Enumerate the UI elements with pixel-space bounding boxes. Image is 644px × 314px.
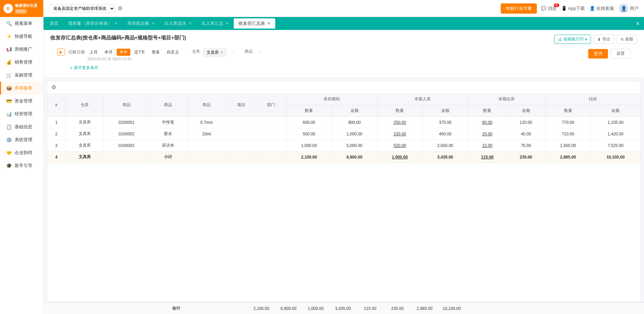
sidebar-item-quicknav[interactable]: ⚡ 快捷导航 — [0, 30, 43, 43]
sidebar-item-marketing[interactable]: 📢 营销推广 — [0, 43, 43, 56]
cell-in-qty[interactable]: 230.00 — [377, 128, 423, 140]
gear-icon: ⚙️ — [6, 137, 12, 143]
cell-spec: 0.7mm — [187, 117, 226, 128]
export-button[interactable]: ⬇ 导出 — [594, 35, 614, 44]
cell-project — [226, 140, 256, 151]
date-options: 上月 本月 本年 近7天 更多 自定义 — [87, 49, 182, 56]
sidebar-item-sales[interactable]: 💰 销售管理 — [0, 56, 43, 69]
tab-batch[interactable]: 库存批次账 ✕ — [122, 18, 160, 29]
tab-home[interactable]: 首页 — [45, 18, 63, 29]
cell-index: 4 — [47, 151, 66, 163]
footer-balance-qty: 2,985.00 — [411, 306, 438, 311]
tab-close-icon[interactable]: ✕ — [114, 21, 118, 26]
message-icon: 💬 — [541, 6, 546, 11]
cell-out-qty[interactable]: 115.00 — [468, 151, 507, 163]
date-option-more[interactable]: 更多 — [149, 49, 163, 56]
tab-stock[interactable]: 现存量（库存分布表） ✕ — [63, 18, 122, 29]
print-button[interactable]: 🖨 按模板打印 ▾ — [554, 35, 591, 44]
main-content: 装备及固定资产辅助管理系统 ⚙ 体验行业方案 💬 消息 6 📱 App下载 👤 … — [44, 0, 644, 314]
tab-label: 库存批次账 — [127, 20, 149, 27]
chevron-down-icon: ▾ — [585, 37, 587, 42]
system-select[interactable]: 装备及固定资产辅助管理系统 — [49, 4, 115, 13]
sidebar-item-basic[interactable]: 📋 基础信息 — [0, 120, 43, 133]
date-option-last-month[interactable]: 上月 — [87, 49, 100, 56]
export-icon: ⬇ — [597, 37, 601, 42]
app-download-label: App下载 — [568, 5, 585, 12]
table-settings-icon[interactable]: ⚙ — [51, 84, 56, 90]
cell-balance-qty: 770.00 — [545, 117, 591, 128]
filter-settings-button[interactable]: 设置 — [611, 49, 630, 59]
settings-icon[interactable]: ⚙ — [118, 5, 122, 12]
cell-balance-amt: 1,155.00 — [591, 117, 640, 128]
app-download-button[interactable]: 📱 App下载 — [561, 5, 585, 12]
th-warehouse: 仓库 — [66, 94, 104, 117]
tab-receive-send-summary[interactable]: 收发存汇总表 ✕ — [234, 18, 275, 29]
user-label: 用户 — [630, 5, 639, 12]
table-row: 1 文具库 0100001 中性笔 0.7mm 600.00 900.00 25… — [47, 117, 640, 128]
sidebar-item-operations[interactable]: 📊 经营管理 — [0, 108, 43, 120]
tab-flow[interactable]: 出入库流水 ✕ — [160, 18, 197, 29]
cell-dept — [256, 117, 286, 128]
goods-more-button[interactable]: ... — [258, 49, 261, 53]
th-project: 项目 — [226, 94, 256, 117]
table-toolbar: ⚙ — [47, 81, 640, 94]
sidebar-item-inventory[interactable]: 📦 库存核算 — [0, 82, 43, 95]
tab-close-icon[interactable]: ✕ — [151, 21, 155, 26]
online-service-button[interactable]: 👤 在线客服 — [590, 5, 614, 12]
sidebar-item-search[interactable]: 🔍 搜索菜单 — [0, 17, 43, 30]
sidebar-item-system[interactable]: ⚙️ 系统管理 — [0, 133, 43, 146]
page-content: 收发存汇总表(按仓库+商品编码+商品+规格型号+项目+部门) 🖨 按模板打印 ▾… — [44, 30, 644, 314]
cell-out-qty[interactable]: 80.00 — [468, 117, 507, 128]
warehouse-tag-close[interactable]: ✕ — [220, 50, 223, 55]
cell-opening-amt: 6,900.00 — [332, 151, 377, 163]
date-option-custom[interactable]: 自定义 — [164, 49, 182, 56]
th-name: 商品 — [149, 94, 187, 117]
tab-inout-summary[interactable]: 出入库汇总 ✕ — [197, 18, 234, 29]
date-option-this-year[interactable]: 本年 — [117, 49, 130, 56]
cell-spec: 20ml — [187, 128, 226, 140]
service-icon: 👤 — [590, 6, 595, 11]
tab-close-icon[interactable]: ✕ — [267, 21, 270, 26]
trial-button[interactable]: 体验行业方案 — [501, 3, 537, 14]
sidebar-item-purchase[interactable]: 🛒 采购管理 — [0, 69, 43, 82]
sidebar-item-label: 销售管理 — [15, 59, 32, 65]
th-in-qty: 数量 — [377, 105, 423, 117]
warehouse-more-button[interactable]: ... — [231, 49, 234, 53]
cell-out-qty[interactable]: 20.00 — [468, 128, 507, 140]
sidebar-item-label: 新手引导 — [15, 163, 32, 169]
query-button[interactable]: 查询 — [588, 49, 608, 59]
refresh-button[interactable]: ↻ 刷新 — [617, 35, 637, 44]
cell-opening-qty: 500.00 — [286, 128, 332, 140]
user-menu-button[interactable]: 👤 用户 — [619, 4, 639, 13]
cell-in-amt: 2,600.00 — [423, 140, 468, 151]
data-table-section: ⚙ # 仓库 商品 商品 商品 项目 部门 库存期初 本期入库 本期出库 — [47, 81, 641, 302]
filter-expand-button[interactable]: ▶ — [57, 49, 65, 55]
cell-in-amt: 460.00 — [423, 128, 468, 140]
logo-name: 畅捷通好生意 — [15, 3, 37, 8]
date-option-7days[interactable]: 近7天 — [132, 49, 148, 56]
messages-button[interactable]: 💬 消息 6 — [541, 5, 557, 12]
sidebar-item-finance[interactable]: 💳 资金管理 — [0, 95, 43, 108]
cell-in-qty[interactable]: 520.00 — [377, 140, 423, 151]
refresh-icon: ↻ — [621, 37, 624, 42]
cell-in-amt: 375.00 — [423, 117, 468, 128]
goods-label: 商品 — [245, 49, 253, 54]
cell-warehouse: 文具库 — [66, 128, 104, 140]
footer-in-qty: 1,000.00 — [302, 306, 329, 311]
warehouse-tag-text: 文具库 — [207, 50, 219, 55]
sidebar-item-collab[interactable]: 🤝 企业协同 — [0, 146, 43, 159]
sidebar-item-guide[interactable]: 🎓 新手引导 — [0, 159, 43, 172]
cell-in-qty[interactable]: 1,000.00 — [377, 151, 423, 163]
logo-text: 畅捷通好生意 标准版 — [15, 3, 37, 14]
tab-close-icon[interactable]: ✕ — [226, 21, 229, 26]
cell-out-qty[interactable]: 15.00 — [468, 140, 507, 151]
cell-project — [226, 117, 256, 128]
expand-conditions-button[interactable]: ∨ 展开更多条件 — [69, 65, 98, 71]
search-icon: 🔍 — [6, 21, 12, 26]
cell-in-qty[interactable]: 250.00 — [377, 117, 423, 128]
tab-label: 现存量（库存分布表） — [68, 20, 112, 27]
date-range: 2023-01-01 至 2023-12-31 — [87, 56, 182, 62]
date-option-this-month[interactable]: 本月 — [102, 49, 115, 56]
tab-close-icon[interactable]: ✕ — [188, 21, 192, 26]
close-all-tabs-button[interactable]: ✕ — [633, 19, 643, 28]
